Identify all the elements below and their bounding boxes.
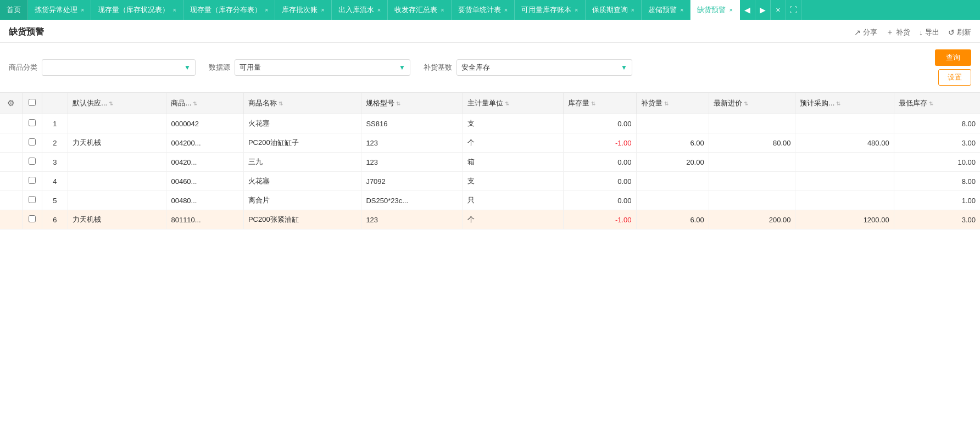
export-button[interactable]: ↓ 导出 <box>919 27 939 37</box>
data-table: ⚙ 默认供应... ⇅ 商品... <box>0 93 980 229</box>
row-min-stock: 1.00 <box>894 191 980 210</box>
header-actions: ↗ 分享 ＋ 补货 ↓ 导出 ↺ 刷新 <box>854 27 971 37</box>
row-latest-price <box>709 114 795 133</box>
category-arrow-icon: ▼ <box>184 64 191 71</box>
col-unit-sort[interactable]: 主计量单位 ⇅ <box>467 98 559 108</box>
row-product-name: 离合片 <box>243 191 361 210</box>
row-index: 2 <box>42 133 68 153</box>
tab-next-btn[interactable]: ▶ <box>755 0 771 20</box>
tab-close-demand-stat[interactable]: × <box>504 7 508 13</box>
row-checkbox-5[interactable] <box>29 196 36 203</box>
tab-demand-stat[interactable]: 要货单统计表 × <box>452 0 515 20</box>
row-latest-price <box>709 172 795 191</box>
row-index: 3 <box>42 153 68 172</box>
tab-inventory-dist[interactable]: 现存量（库存分布表） × <box>183 0 275 20</box>
query-button[interactable]: 查询 <box>935 49 971 66</box>
row-index: 6 <box>42 210 68 229</box>
col-min-stock-sort[interactable]: 最低库存 ⇅ <box>899 98 976 108</box>
tab-fullscreen-btn[interactable]: ⛶ <box>786 0 801 20</box>
replenish-basis-value: 安全库存 <box>461 63 490 72</box>
page-header: 缺货预警 ↗ 分享 ＋ 补货 ↓ 导出 ↺ 刷新 <box>0 20 980 43</box>
tab-overstock[interactable]: 超储预警 × <box>642 0 691 20</box>
row-supplier <box>68 153 166 172</box>
page-title: 缺货预警 <box>9 26 44 38</box>
tab-batch[interactable]: 库存批次账 × <box>275 0 331 20</box>
col-product-code-sort[interactable]: 商品... ⇅ <box>171 98 238 108</box>
tab-close-receipt-summary[interactable]: × <box>441 7 444 13</box>
row-product-name: PC200张紧油缸 <box>243 210 361 229</box>
select-all-checkbox[interactable] <box>29 99 36 106</box>
row-unit: 支 <box>463 114 564 133</box>
tab-close-abnormal[interactable]: × <box>81 7 84 13</box>
row-est-purchase <box>795 172 894 191</box>
col-stock: 库存量 ⇅ <box>564 93 636 114</box>
row-latest-price: 200.00 <box>709 210 795 229</box>
tab-expiry[interactable]: 保质期查询 × <box>586 0 642 20</box>
tab-close-shortage[interactable]: × <box>729 7 732 13</box>
datasource-select[interactable]: 可用量 ▼ <box>235 59 410 76</box>
category-filter-group: 商品分类 ▼ <box>9 59 196 76</box>
datasource-value: 可用量 <box>240 63 261 72</box>
row-stock: 0.00 <box>564 172 636 191</box>
tab-close-inventory-status[interactable]: × <box>172 7 176 13</box>
latest-price-sort-icon: ⇅ <box>744 100 748 107</box>
row-stock: 0.00 <box>564 114 636 133</box>
tab-abnormal[interactable]: 拣货异常处理 × <box>28 0 91 20</box>
row-gear-cell <box>0 153 22 172</box>
col-spec: 规格型号 ⇅ <box>361 93 463 114</box>
refresh-button[interactable]: ↺ 刷新 <box>948 27 971 37</box>
table-container: ⚙ 默认供应... ⇅ 商品... <box>0 93 980 229</box>
row-product-code: 00460... <box>166 172 243 191</box>
gear-settings-icon[interactable]: ⚙ <box>7 98 14 108</box>
category-select[interactable]: ▼ <box>42 59 196 76</box>
tab-shortage[interactable]: 缺货预警 × <box>691 0 739 20</box>
product-code-sort-icon: ⇅ <box>193 100 197 107</box>
replenish-button[interactable]: ＋ 补货 <box>886 27 910 37</box>
tab-prev-btn[interactable]: ◀ <box>740 0 755 20</box>
col-replenish-sort[interactable]: 补货量 ⇅ <box>641 98 704 108</box>
col-est-purchase-sort[interactable]: 预计采购... ⇅ <box>800 98 889 108</box>
row-checkbox-1[interactable] <box>29 119 36 126</box>
col-product-name-sort[interactable]: 商品名称 ⇅ <box>248 98 357 108</box>
col-product-name: 商品名称 ⇅ <box>243 93 361 114</box>
row-latest-price <box>709 153 795 172</box>
tab-inout-flow[interactable]: 出入库流水 × <box>332 0 388 20</box>
row-spec: J7092 <box>361 172 463 191</box>
row-product-code: 801110... <box>166 210 243 229</box>
datasource-label: 数据源 <box>209 63 230 72</box>
row-checkbox-4[interactable] <box>29 177 36 184</box>
col-latest-price-sort[interactable]: 最新进价 ⇅ <box>714 98 791 108</box>
row-checkbox-cell <box>22 210 42 229</box>
row-replenish-qty <box>636 172 709 191</box>
row-unit: 个 <box>463 210 564 229</box>
row-checkbox-6[interactable] <box>29 215 36 222</box>
settings-button[interactable]: 设置 <box>938 69 971 86</box>
share-button[interactable]: ↗ 分享 <box>854 27 877 37</box>
col-stock-sort[interactable]: 库存量 ⇅ <box>568 98 631 108</box>
tab-inventory-status[interactable]: 现存量（库存状况表） × <box>91 0 183 20</box>
tab-close-all-btn[interactable]: × <box>771 0 786 20</box>
col-min-stock: 最低库存 ⇅ <box>894 93 980 114</box>
replenish-basis-select[interactable]: 安全库存 ▼ <box>456 59 632 76</box>
col-spec-sort[interactable]: 规格型号 ⇅ <box>366 98 458 108</box>
tab-close-inout-flow[interactable]: × <box>377 7 381 13</box>
tab-home[interactable]: 首页 <box>0 0 28 20</box>
tab-close-expiry[interactable]: × <box>631 7 634 13</box>
table-row: 3 00420... 三九 123 箱 0.00 20.00 10.00 <box>0 153 980 172</box>
row-checkbox-2[interactable] <box>29 138 36 145</box>
row-index: 1 <box>42 114 68 133</box>
tab-available-ledger[interactable]: 可用量库存账本 × <box>515 0 585 20</box>
stock-sort-icon: ⇅ <box>591 100 595 107</box>
col-supplier-sort[interactable]: 默认供应... ⇅ <box>73 98 162 108</box>
tab-close-inventory-dist[interactable]: × <box>265 7 268 13</box>
tab-close-overstock[interactable]: × <box>680 7 683 13</box>
row-product-name: 火花塞 <box>243 114 361 133</box>
tab-close-batch[interactable]: × <box>321 7 324 13</box>
row-product-code: 00480... <box>166 191 243 210</box>
page-container: 缺货预警 ↗ 分享 ＋ 补货 ↓ 导出 ↺ 刷新 商品分类 <box>0 20 980 437</box>
row-checkbox-3[interactable] <box>29 158 36 165</box>
tab-close-available-ledger[interactable]: × <box>575 7 578 13</box>
product-name-sort-icon: ⇅ <box>279 100 283 107</box>
tab-receipt-summary[interactable]: 收发存汇总表 × <box>388 0 451 20</box>
row-checkbox-cell <box>22 114 42 133</box>
